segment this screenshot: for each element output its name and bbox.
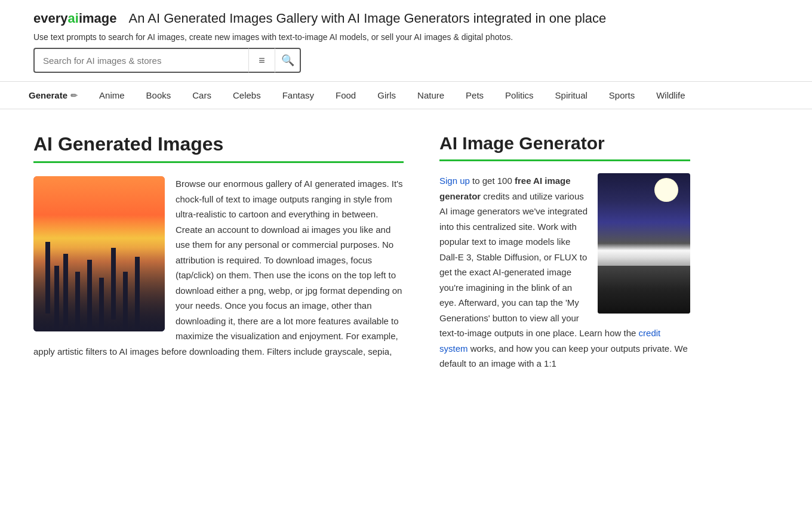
sign-up-mid-text: to get 100 (472, 176, 512, 186)
nav-item-celebs[interactable]: Celebs (222, 82, 272, 109)
logo-suffix: image (79, 11, 117, 26)
nav-bar: Generate ✏ Anime Books Cars Celebs Fanta… (0, 81, 812, 109)
mountain-car-image (598, 173, 690, 314)
search-input[interactable] (33, 48, 248, 73)
nav-item-politics[interactable]: Politics (494, 82, 545, 109)
nav-item-anime[interactable]: Anime (88, 82, 136, 109)
left-section-body: Browse our enormous gallery of AI genera… (33, 176, 404, 359)
city-illustration (33, 176, 165, 331)
right-column: AI Image Generator Sign up to get 100 fr… (439, 133, 690, 371)
search-icon: 🔍 (281, 54, 294, 67)
right-section-title: AI Image Generator (439, 133, 690, 153)
nav-item-nature[interactable]: Nature (407, 82, 455, 109)
nav-item-generate[interactable]: Generate ✏ (18, 82, 88, 109)
nav-generate-label: Generate (29, 90, 67, 100)
header-tagline: An AI Generated Images Gallery with AI I… (128, 11, 606, 26)
city-image (33, 176, 165, 331)
nav-item-sports[interactable]: Sports (598, 82, 645, 109)
nav-item-food[interactable]: Food (325, 82, 367, 109)
nav-item-wildlife[interactable]: Wildlife (645, 82, 696, 109)
right-body-2: works, and how you can keep your outputs… (439, 343, 688, 369)
header: everyaiimage An AI Generated Images Gall… (0, 0, 812, 32)
left-section-title: AI Generated Images (33, 133, 404, 155)
logo-prefix: every (33, 11, 68, 26)
nav-item-cars[interactable]: Cars (182, 82, 222, 109)
nav-item-spiritual[interactable]: Spiritual (545, 82, 598, 109)
nav-item-girls[interactable]: Girls (367, 82, 407, 109)
nav-item-pets[interactable]: Pets (455, 82, 494, 109)
mountain-car-illustration (598, 173, 690, 314)
search-button[interactable]: 🔍 (275, 48, 301, 73)
sign-up-link[interactable]: Sign up (439, 176, 470, 186)
filter-icon: ≡ (259, 54, 265, 67)
main-content: AI Generated Images Browse our enormous … (0, 109, 812, 395)
nav-item-books[interactable]: Books (136, 82, 182, 109)
wand-icon: ✏ (70, 91, 78, 100)
left-title-underline (33, 161, 404, 163)
right-section-body: Sign up to get 100 free AI image generat… (439, 173, 690, 371)
nav-item-fantasy[interactable]: Fantasy (272, 82, 325, 109)
search-bar-area: ≡ 🔍 (0, 48, 812, 81)
subheading: Use text prompts to search for AI images… (0, 32, 812, 48)
logo-ai: ai (68, 11, 79, 26)
right-title-underline (439, 159, 690, 161)
site-logo[interactable]: everyaiimage (33, 11, 116, 26)
left-column: AI Generated Images Browse our enormous … (33, 133, 404, 371)
filter-button[interactable]: ≡ (248, 48, 275, 73)
